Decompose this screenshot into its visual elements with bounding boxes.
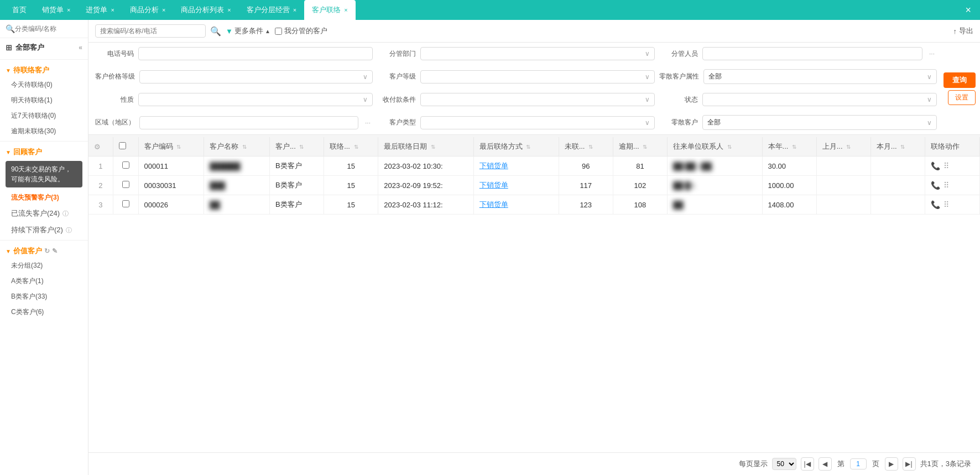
row-contact-person-3: ██: [667, 195, 762, 215]
row-checkbox-1[interactable]: [113, 156, 138, 176]
field-payment-select[interactable]: ∨: [420, 93, 655, 106]
prev-page-button[interactable]: ◀: [819, 457, 832, 471]
th-type[interactable]: 客户... ⇅: [269, 137, 324, 156]
window-close-button[interactable]: ×: [961, 4, 976, 16]
field-manager: 分管人员 ···: [659, 47, 937, 60]
sidebar-item-declining[interactable]: 持续下滑客户(2) ⓘ: [0, 222, 88, 238]
settings-button[interactable]: 设置: [948, 90, 976, 105]
row-last-way-3[interactable]: 下销货单: [473, 195, 559, 215]
th-contacts[interactable]: 联络... ⇅: [324, 137, 378, 156]
my-customers-checkbox-label[interactable]: 我分管的客户: [275, 26, 327, 36]
nav-goods-analysis-list[interactable]: 商品分析列表 ×: [173, 0, 238, 20]
value-refresh-icon[interactable]: ↻: [44, 247, 50, 255]
last-way-link-3[interactable]: 下销货单: [479, 200, 508, 208]
action-phone-icon-2[interactable]: 📞: [931, 181, 940, 190]
action-more-icon-2[interactable]: ⠿: [943, 181, 949, 190]
sidebar-all-customers[interactable]: ⊞ 全部客户 «: [0, 38, 88, 57]
row-last-way-1[interactable]: 下销货单: [473, 156, 559, 176]
sidebar-item-c-class[interactable]: C类客户(6): [0, 304, 88, 320]
field-phone-input[interactable]: [138, 47, 373, 60]
field-manager-input[interactable]: [702, 47, 922, 60]
nav-customer-layer-close[interactable]: ×: [293, 7, 296, 13]
field-cust-level-select[interactable]: ∨: [420, 70, 655, 83]
last-way-link-1[interactable]: 下销货单: [479, 161, 508, 170]
value-edit-icon[interactable]: ✎: [52, 247, 58, 255]
query-button[interactable]: 查询: [943, 72, 976, 88]
nav-customer-layer[interactable]: 客户分层经营 ×: [239, 0, 304, 20]
search-button[interactable]: 🔍: [210, 26, 221, 36]
nav-purchase-close[interactable]: ×: [111, 7, 114, 13]
action-more-icon-1[interactable]: ⠿: [943, 161, 949, 170]
current-page-input[interactable]: [850, 458, 867, 469]
row-2-checkbox[interactable]: [122, 181, 129, 188]
field-cust-type-select[interactable]: ∨: [420, 116, 655, 129]
select-all-checkbox[interactable]: [119, 142, 126, 149]
field-nature-select[interactable]: ∨: [138, 93, 373, 106]
next-page-button[interactable]: ▶: [885, 457, 898, 471]
last-page-button[interactable]: ▶|: [903, 457, 916, 471]
sidebar-item-churn-warning[interactable]: 流失预警客户(3): [0, 190, 88, 205]
nav-goods-analysis-close[interactable]: ×: [162, 7, 165, 13]
nav-customer-contact[interactable]: 客户联络 ×: [304, 0, 355, 20]
my-customers-checkbox[interactable]: [275, 28, 282, 35]
last-way-link-2[interactable]: 下销货单: [479, 181, 508, 189]
sidebar-item-a-class[interactable]: A类客户(1): [0, 273, 88, 289]
sidebar-search-input[interactable]: [15, 25, 88, 33]
th-last-month[interactable]: 上月... ⇅: [816, 137, 870, 156]
action-more-icon-3[interactable]: ⠿: [943, 200, 949, 209]
table-header-row: ⚙ 客户编码 ⇅ 客户名称 ⇅ 客户... ⇅: [88, 137, 980, 156]
th-code[interactable]: 客户编码 ⇅: [138, 137, 204, 156]
row-3-checkbox[interactable]: [122, 200, 129, 207]
row-checkbox-3[interactable]: [113, 195, 138, 215]
sidebar-item-tomorrow-pending[interactable]: 明天待联络(1): [0, 92, 88, 108]
search-input[interactable]: [95, 24, 206, 38]
gear-icon[interactable]: ⚙: [94, 143, 101, 151]
nav-customer-contact-close[interactable]: ×: [344, 7, 347, 13]
row-last-way-2[interactable]: 下销货单: [473, 176, 559, 195]
th-last-contact-date[interactable]: 最后联络日期 ⇅: [378, 137, 473, 156]
th-this-year[interactable]: 本年... ⇅: [762, 137, 816, 156]
th-last-contact-way[interactable]: 最后联络方式 ⇅: [473, 137, 559, 156]
more-conditions-button[interactable]: ▼ 更多条件 ▲: [226, 26, 270, 36]
th-contact-person[interactable]: 往来单位联系人 ⇅: [667, 137, 762, 156]
row-1-checkbox[interactable]: [122, 161, 129, 169]
nav-sales[interactable]: 销货单 ×: [34, 0, 78, 20]
field-retail-attr-select[interactable]: 全部 ∨: [703, 69, 937, 84]
row-checkbox-2[interactable]: [113, 176, 138, 195]
sidebar-item-overdue-pending[interactable]: 逾期未联络(30): [0, 123, 88, 139]
th-not-contacted[interactable]: 未联... ⇅: [559, 137, 613, 156]
sidebar-item-already-churned[interactable]: 已流失客户(24) ⓘ: [0, 205, 88, 222]
field-retail-cust-select[interactable]: 全部 ∨: [702, 115, 937, 130]
th-gear[interactable]: ⚙: [88, 137, 113, 156]
nav-goods-analysis-list-close[interactable]: ×: [227, 7, 231, 13]
per-page-select[interactable]: 50: [772, 458, 796, 470]
nav-sales-close[interactable]: ×: [67, 7, 70, 13]
th-name[interactable]: 客户名称 ⇅: [204, 137, 270, 156]
action-phone-icon-1[interactable]: 📞: [931, 161, 940, 170]
nav-goods-analysis[interactable]: 商品分析 ×: [122, 0, 173, 20]
row-this-year-2: 1000.00: [762, 176, 816, 195]
th-this-month[interactable]: 本月... ⇅: [870, 137, 925, 156]
sidebar-item-today-pending[interactable]: 今天待联络(0): [0, 77, 88, 92]
sidebar-item-b-class[interactable]: B类客户(33): [0, 289, 88, 304]
field-dept-select[interactable]: ∨: [420, 47, 655, 60]
field-region-extra[interactable]: ···: [363, 119, 373, 127]
field-nature-label: 性质: [95, 95, 134, 105]
field-manager-extra[interactable]: ···: [927, 50, 937, 58]
sidebar-item-7day-pending[interactable]: 近7天待联络(0): [0, 108, 88, 123]
nav-home[interactable]: 首页: [4, 0, 34, 20]
field-status-select[interactable]: ∨: [702, 93, 937, 106]
th-overdue[interactable]: 逾期... ⇅: [613, 137, 667, 156]
th-checkbox[interactable]: [113, 137, 138, 156]
collapse-icon[interactable]: «: [79, 44, 82, 51]
sidebar-item-ungrouped[interactable]: 未分组(32): [0, 258, 88, 273]
field-status: 状态 ∨: [659, 93, 937, 106]
action-phone-icon-3[interactable]: 📞: [931, 200, 940, 209]
field-price-level-select[interactable]: ∨: [139, 70, 373, 83]
export-button[interactable]: ↑ 导出: [953, 26, 974, 36]
first-page-button[interactable]: |◀: [801, 457, 814, 471]
field-payment: 收付款条件 ∨: [377, 93, 655, 106]
field-region-input[interactable]: [139, 116, 358, 129]
sidebar-search-icon: 🔍: [6, 24, 15, 33]
nav-purchase[interactable]: 进货单 ×: [78, 0, 122, 20]
